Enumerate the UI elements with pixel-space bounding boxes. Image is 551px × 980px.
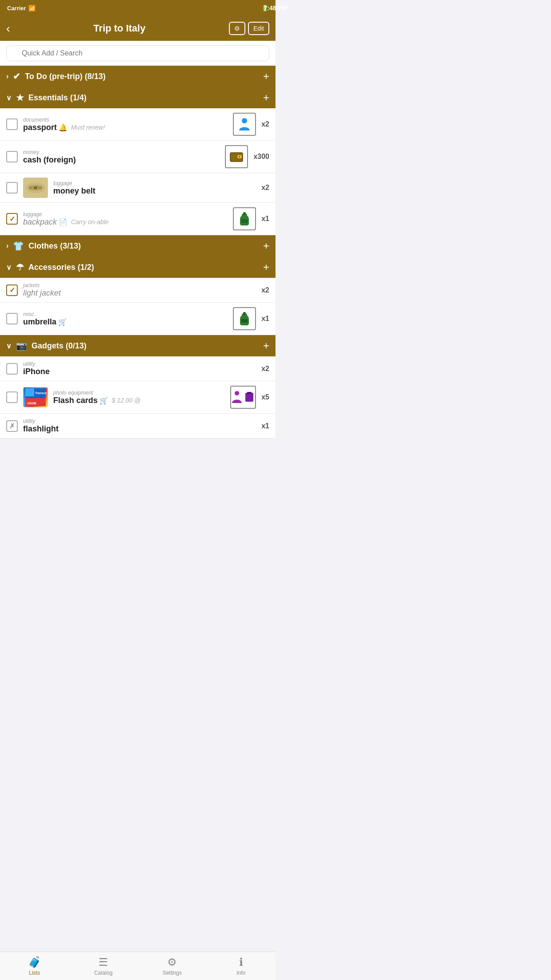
passport-note: Must renew! (71, 124, 105, 131)
iphone-category: utility (23, 361, 256, 367)
section-accessories[interactable]: ∨ ☂ Accessories (1/2) + (0, 257, 276, 278)
backpack-note: Carry on-able (71, 218, 109, 225)
gadgets-icon: 📷 (16, 340, 27, 351)
section-clothes[interactable]: › 👕 Clothes (3/13) + (0, 235, 276, 257)
section-essentials[interactable]: ∨ ★ Essentials (1/4) + (0, 87, 276, 108)
umbrella-name: umbrella (23, 317, 56, 327)
money-belt-thumbnail (23, 178, 48, 198)
umbrella-content: misc. umbrella 🛒 (23, 311, 228, 327)
flash-cards-checkbox[interactable] (6, 391, 18, 403)
wifi-icon: 📶 (28, 5, 35, 12)
add-essentials-button[interactable]: + (263, 91, 269, 104)
section-gadgets[interactable]: ∨ 📷 Gadgets (0/13) + (0, 335, 276, 356)
light-jacket-qty: x2 (261, 286, 269, 294)
umbrella-image (233, 307, 256, 330)
gear-icon: ⚙ (234, 25, 240, 32)
flash-cards-cart-icon: 🛒 (99, 396, 108, 405)
svg-point-3 (239, 156, 240, 158)
iphone-name: iPhone (23, 367, 256, 376)
passport-qty: x2 (261, 120, 269, 128)
back-button[interactable]: ‹ (6, 23, 10, 34)
money-belt-checkbox[interactable] (6, 182, 18, 194)
cash-category: money (23, 149, 220, 155)
svg-text:Transcend: Transcend (35, 391, 47, 395)
light-jacket-content: jackets light jacket (23, 282, 256, 298)
umbrella-checkbox[interactable] (6, 313, 18, 324)
cash-name: cash (foreign) (23, 155, 220, 165)
passport-name: passport (23, 123, 57, 132)
flash-cards-thumbnail: 16GB Transcend (23, 387, 48, 407)
svg-text:16GB: 16GB (27, 401, 36, 405)
passport-checkbox[interactable] (6, 119, 18, 130)
item-flash-cards: 16GB Transcend photo equipment Flash car… (0, 381, 276, 414)
flash-cards-content: photo equipment Flash cards 🛒 $ 12.00 @ (53, 390, 225, 405)
item-umbrella: misc. umbrella 🛒 x1 (0, 303, 276, 335)
flash-cards-qty: x5 (261, 393, 269, 401)
svg-rect-12 (243, 312, 246, 315)
item-money-belt: luggage money belt x2 (0, 173, 276, 203)
light-jacket-category: jackets (23, 282, 256, 288)
chevron-down-icon: ∨ (6, 94, 12, 102)
svg-rect-8 (243, 212, 246, 215)
flash-cards-name: Flash cards (53, 396, 98, 405)
add-clothes-button[interactable]: + (263, 240, 269, 252)
section-clothes-label: Clothes (3/13) (28, 241, 259, 251)
flashlight-qty: x1 (261, 422, 269, 430)
edit-button[interactable]: Edit (248, 22, 269, 35)
section-accessories-label: Accessories (1/2) (28, 263, 259, 272)
iphone-qty: x2 (261, 365, 269, 373)
iphone-checkbox[interactable] (6, 363, 18, 375)
backpack-qty: x1 (261, 215, 269, 223)
passport-content: documents passport 🔔 Must renew! (23, 117, 228, 132)
passport-image (233, 113, 256, 136)
flashlight-content: utility flashlight (23, 418, 256, 434)
item-cash: money cash (foreign) x300 (0, 141, 276, 173)
flashlight-category: utility (23, 418, 256, 424)
money-belt-category: luggage (53, 180, 256, 186)
settings-button[interactable]: ⚙ (229, 22, 245, 35)
cash-qty: x300 (253, 153, 269, 161)
light-jacket-name: light jacket (23, 288, 256, 298)
svg-rect-7 (34, 186, 37, 189)
add-accessories-button[interactable]: + (263, 261, 269, 273)
backpack-content: luggage backpack 📄 Carry on-able (23, 211, 228, 227)
section-todo[interactable]: › ✔ To Do (pre-trip) (8/13) + (0, 66, 276, 87)
iphone-content: utility iPhone (23, 361, 256, 376)
umbrella-category: misc. (23, 311, 228, 317)
add-gadgets-button[interactable]: + (263, 340, 269, 352)
backpack-checkbox[interactable] (6, 213, 18, 225)
light-jacket-checkbox[interactable] (6, 285, 18, 296)
svg-point-19 (235, 391, 239, 395)
add-todo-button[interactable]: + (263, 70, 269, 83)
cash-checkbox[interactable] (6, 151, 18, 162)
status-time: 7:48 PM (264, 4, 276, 12)
flashlight-name: flashlight (23, 424, 256, 434)
item-flashlight: utility flashlight x1 (0, 414, 276, 439)
cash-image (225, 145, 248, 168)
page-title: Trip to Italy (10, 23, 229, 34)
svg-point-0 (242, 118, 247, 123)
accessories-chevron-icon: ∨ (6, 263, 12, 272)
nav-actions: ⚙ Edit (229, 22, 269, 35)
chevron-right-icon: › (6, 72, 8, 80)
item-passport: documents passport 🔔 Must renew! x2 (0, 108, 276, 141)
clothes-icon: 👕 (13, 241, 24, 251)
search-bar: 🔍 (0, 41, 276, 66)
svg-rect-15 (25, 388, 34, 396)
cash-content: money cash (foreign) (23, 149, 220, 165)
svg-rect-21 (247, 392, 252, 394)
item-backpack: luggage backpack 📄 Carry on-able x1 (0, 203, 276, 235)
section-essentials-label: Essentials (1/4) (28, 93, 259, 103)
gadgets-chevron-icon: ∨ (6, 342, 12, 350)
flashlight-checkbox[interactable] (6, 420, 18, 432)
note-icon: 📄 (59, 218, 67, 226)
bell-icon: 🔔 (59, 123, 67, 132)
umbrella-qty: x1 (261, 315, 269, 323)
backpack-name: backpack (23, 217, 57, 227)
passport-category: documents (23, 117, 228, 123)
search-input[interactable] (6, 45, 269, 61)
backpack-category: luggage (23, 211, 228, 217)
edit-label: Edit (253, 25, 264, 32)
accessories-icon: ☂ (16, 262, 24, 273)
status-bar: Carrier 📶 7:48 PM 🔋 (0, 0, 276, 16)
